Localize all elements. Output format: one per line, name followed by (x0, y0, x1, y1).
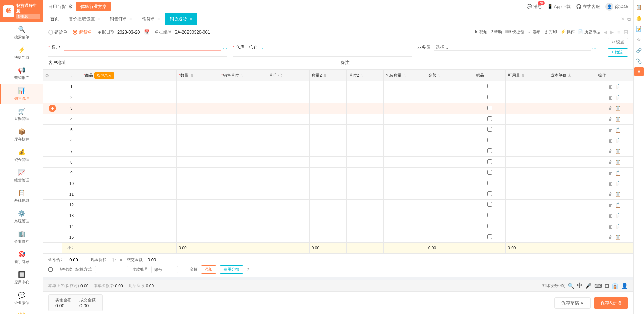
gift-checkbox[interactable] (487, 106, 492, 110)
product-input[interactable] (83, 106, 174, 111)
notification-btn[interactable]: 💬 消息 70 (527, 4, 542, 10)
add-button[interactable]: 添加 (201, 265, 216, 274)
action-select[interactable]: ☑ 选单 (528, 29, 540, 35)
delete-icon[interactable]: 🗑 (608, 160, 613, 165)
copy-icon[interactable]: 📋 (615, 95, 621, 100)
delete-icon[interactable]: 🗑 (608, 213, 613, 218)
gift-checkbox[interactable] (487, 170, 492, 175)
gift-checkbox[interactable] (487, 202, 492, 207)
right-panel-clipboard[interactable]: 📋 (634, 3, 644, 12)
sidebar-item-system[interactable]: ⚙️ 系统管理 (0, 206, 43, 227)
tab-sales-delivery[interactable]: 销货单 ✕ (137, 13, 165, 25)
gift-checkbox[interactable] (487, 148, 492, 153)
action-operate[interactable]: ⚡ 操作 (560, 29, 575, 35)
delete-icon[interactable]: 🗑 (608, 117, 613, 122)
save-draft-button[interactable]: 保存草稿 ∧ (554, 297, 591, 309)
copy-icon[interactable]: 📋 (615, 181, 621, 186)
gift-checkbox[interactable] (487, 84, 492, 88)
copy-icon[interactable]: 📋 (615, 192, 621, 197)
tab-close-all-btn[interactable]: ✕ (621, 16, 625, 22)
delete-icon[interactable]: 🗑 (608, 84, 613, 89)
action-print[interactable]: 🖨 打印 (544, 29, 557, 35)
col-gear-icon[interactable]: ⚙ (45, 73, 49, 78)
copy-icon[interactable]: 📋 (615, 149, 621, 154)
account-input[interactable] (151, 266, 178, 273)
copy-icon[interactable]: 📋 (615, 127, 621, 133)
sidebar-item-newbie[interactable]: 🎯 新手引导 (0, 247, 43, 268)
gift-checkbox[interactable] (487, 116, 492, 121)
sidebar-item-search[interactable]: 🔍 搜索菜单 (0, 22, 43, 43)
sidebar-item-operations[interactable]: 📈 经营管理 (0, 166, 43, 186)
gift-checkbox[interactable] (487, 191, 492, 196)
unit-sort-icon[interactable]: ⇅ (241, 74, 244, 77)
copy-icon[interactable]: 📋 (615, 170, 621, 176)
delete-icon[interactable]: 🗑 (608, 95, 613, 100)
trial-button[interactable]: 体验行业方案 (76, 2, 111, 11)
right-panel-note[interactable]: 📝 (634, 24, 644, 34)
radio-delivery[interactable]: 销货单 (48, 29, 67, 35)
gift-checkbox[interactable] (487, 234, 492, 239)
delete-icon[interactable]: 🗑 (608, 138, 613, 143)
copy-icon[interactable]: 📋 (615, 160, 621, 165)
gift-checkbox[interactable] (487, 138, 492, 142)
delete-icon[interactable]: 🗑 (608, 149, 613, 154)
action-video[interactable]: ▶ 视频 (474, 29, 487, 35)
customer-ellipsis[interactable]: … (223, 45, 227, 50)
scan-input-button[interactable]: 扫码录入 (94, 72, 114, 79)
right-panel-attach[interactable]: 📎 (634, 56, 644, 66)
right-panel-screen[interactable]: 🖥 (634, 67, 644, 76)
account-ellipsis[interactable]: … (181, 267, 186, 272)
action-history[interactable]: 📄 历史单据 (578, 29, 600, 35)
sidebar-item-wechat[interactable]: 💬 企业微信 (0, 288, 43, 309)
action-shortcut[interactable]: ⌨ 快捷键 (505, 29, 524, 35)
amount-sort-icon[interactable]: ⇅ (438, 74, 441, 77)
tab-sales-order[interactable]: 销售订单 ✕ (105, 13, 137, 25)
payment-checkbox[interactable] (48, 267, 53, 272)
right-panel-bell[interactable]: 🔔 (634, 13, 644, 23)
sidebar-item-sales[interactable]: 📊 销售管理 (0, 84, 43, 104)
copy-icon[interactable]: 📋 (615, 213, 621, 218)
staff-ellipsis[interactable]: … (592, 45, 597, 50)
copy-icon[interactable]: 📋 (615, 224, 621, 229)
copy-icon[interactable]: 📋 (615, 106, 621, 111)
sidebar-item-marketing[interactable]: 📢 营销推广 (0, 63, 43, 84)
tab-sales-return[interactable]: 销货退货 ✕ (165, 13, 197, 25)
copy-icon[interactable]: 📋 (615, 84, 621, 89)
app-download-btn[interactable]: 📱 App下载 (547, 4, 571, 10)
pack-sort-icon[interactable]: ⇅ (404, 74, 407, 77)
warehouse-ellipsis[interactable]: … (260, 45, 265, 50)
add-row-btn[interactable]: + (49, 105, 56, 112)
customer-input[interactable] (64, 44, 221, 51)
copy-icon[interactable]: 📋 (615, 202, 621, 208)
sidebar-item-purchase[interactable]: 🛒 采购管理 (0, 104, 43, 125)
gift-checkbox[interactable] (487, 213, 492, 217)
copy-icon[interactable]: 📋 (615, 235, 621, 240)
remark-input[interactable] (354, 59, 628, 66)
sidebar-item-member[interactable]: 👑 畅会员 (0, 309, 43, 314)
online-service-btn[interactable]: 🎧 在线客服 (576, 4, 600, 10)
delete-icon[interactable]: 🗑 (608, 235, 613, 240)
gift-checkbox[interactable] (487, 95, 492, 99)
calc-method-input[interactable] (95, 266, 128, 273)
logistics-button[interactable]: + 物流 (608, 48, 628, 57)
tab-sales-delivery-close[interactable]: ✕ (157, 17, 160, 21)
address-ellipsis[interactable]: … (331, 60, 335, 65)
address-input[interactable] (70, 59, 329, 66)
gift-checkbox[interactable] (487, 159, 492, 164)
tab-home[interactable]: 首页 (46, 13, 64, 25)
tab-sales-return-close[interactable]: ✕ (189, 17, 192, 21)
copy-icon[interactable]: 📋 (615, 117, 621, 122)
copy-icon[interactable]: 📋 (615, 138, 621, 143)
qty2-sort-icon[interactable]: ⇅ (324, 74, 326, 77)
tab-window-btn[interactable]: ⧉ (627, 16, 631, 22)
sidebar-item-inventory[interactable]: 📦 库存核算 (0, 125, 43, 145)
avail-sort-icon[interactable]: ⇅ (522, 74, 524, 77)
gift-checkbox[interactable] (487, 181, 492, 185)
expense-button[interactable]: 费用分摊 (220, 265, 243, 274)
tab-price-setting-close[interactable]: ✕ (97, 17, 100, 21)
topbar-settings-icon[interactable]: ⚙ (68, 3, 73, 10)
qty-sort-icon[interactable]: ⇅ (191, 74, 193, 77)
unit2-sort-icon[interactable]: ⇅ (361, 74, 364, 77)
delete-icon[interactable]: 🗑 (608, 202, 613, 208)
delete-icon[interactable]: 🗑 (608, 181, 613, 186)
